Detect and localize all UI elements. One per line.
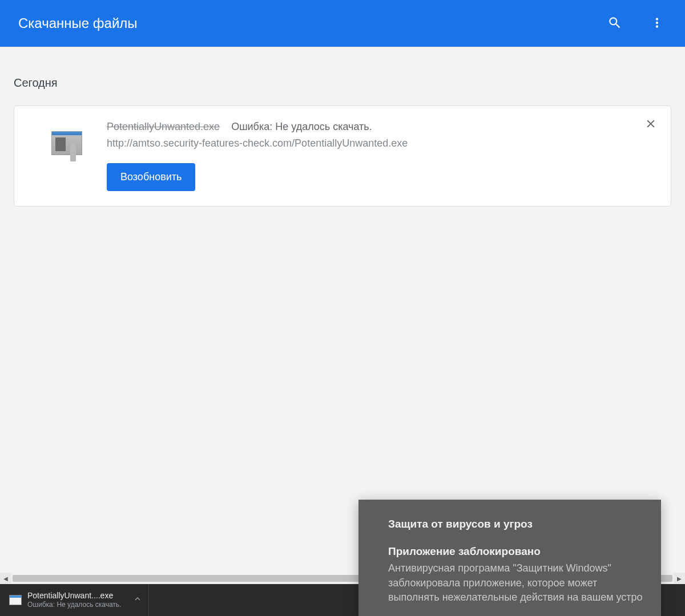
download-shelf-status: Ошибка: Не удалось скачать.	[27, 601, 121, 609]
defender-notification[interactable]: Защита от вирусов и угроз Приложение заб…	[358, 500, 661, 616]
file-line: PotentiallyUnwanted.exe Ошибка: Не удало…	[107, 121, 658, 133]
file-url[interactable]: http://amtso.security-features-check.com…	[107, 137, 658, 149]
notification-subtitle: Приложение заблокировано	[388, 545, 645, 558]
more-vertical-icon	[650, 15, 664, 32]
section-label: Сегодня	[14, 76, 671, 90]
notification-title: Защита от вирусов и угроз	[388, 518, 645, 530]
error-text: Ошибка: Не удалось скачать.	[231, 121, 372, 133]
file-type-icon-container	[27, 117, 107, 191]
more-menu-button[interactable]	[647, 13, 667, 34]
scroll-left-arrow[interactable]: ◀	[0, 573, 11, 584]
scroll-right-arrow[interactable]: ▶	[674, 573, 685, 584]
download-shelf-text: PotentiallyUnwant....exe Ошибка: Не удал…	[27, 591, 121, 609]
notification-body: Антивирусная программа "Защитник Windows…	[388, 561, 645, 605]
search-button[interactable]	[605, 13, 624, 34]
file-type-icon	[9, 595, 22, 605]
remove-download-button[interactable]	[641, 114, 660, 135]
page-title: Скачанные файлы	[18, 15, 138, 31]
header-actions	[605, 13, 667, 34]
content-area: Сегодня PotentiallyUnwanted.exe Ошибка: …	[0, 47, 685, 573]
resume-button[interactable]: Возобновить	[107, 163, 195, 191]
search-icon	[607, 15, 622, 32]
download-details: PotentiallyUnwanted.exe Ошибка: Не удало…	[107, 117, 658, 191]
download-shelf-item[interactable]: PotentiallyUnwant....exe Ошибка: Не удал…	[6, 584, 149, 616]
header-bar: Скачанные файлы	[0, 0, 685, 47]
download-card: PotentiallyUnwanted.exe Ошибка: Не удало…	[14, 106, 671, 206]
close-icon	[644, 123, 657, 132]
chevron-up-icon[interactable]	[132, 594, 143, 606]
download-shelf-filename: PotentiallyUnwant....exe	[27, 591, 121, 601]
file-type-icon	[51, 131, 82, 155]
file-name: PotentiallyUnwanted.exe	[107, 121, 220, 133]
